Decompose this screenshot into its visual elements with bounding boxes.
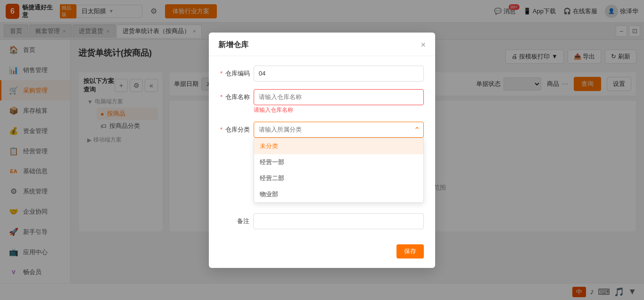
category-toggle-icon[interactable]: ⌃ (414, 125, 420, 134)
dropdown-option-dept2[interactable]: 经营二部 (254, 170, 423, 186)
note-input[interactable] (253, 213, 424, 229)
name-label: * 仓库名称 (220, 89, 254, 101)
dropdown-option-dept2-label: 经营二部 (260, 175, 284, 182)
dropdown-option-dept1-label: 经营一部 (260, 158, 284, 166)
code-label: * 仓库编码 (220, 66, 254, 78)
dropdown-option-dept1[interactable]: 经营一部 (254, 154, 423, 170)
name-required-mark: * (220, 93, 223, 100)
dialog-title: 新增仓库 (218, 40, 248, 50)
code-required-mark: * (220, 70, 223, 77)
category-input[interactable] (254, 122, 424, 138)
category-form-row: * 仓库分类 ⌃ 未分类 经营一部 经营二部 (220, 122, 424, 138)
name-error-msg: 请输入仓库名称 (254, 106, 424, 114)
category-field: ⌃ 未分类 经营一部 经营二部 物业部 (254, 122, 424, 138)
category-label: * 仓库分类 (220, 122, 254, 134)
dropdown-option-property[interactable]: 物业部 (254, 186, 423, 202)
dialog-header: 新增仓库 × (209, 33, 435, 56)
note-field (253, 213, 424, 229)
dropdown-option-unclassified[interactable]: 未分类 (254, 138, 423, 154)
code-field (254, 66, 424, 82)
name-field: 请输入仓库名称 (254, 89, 424, 114)
category-required-mark: * (220, 126, 223, 133)
note-form-row: 备注 (220, 213, 424, 229)
dropdown-option-unclassified-label: 未分类 (260, 142, 278, 150)
dropdown-option-property-label: 物业部 (260, 191, 278, 198)
modal-overlay: 新增仓库 × * 仓库编码 * 仓库名称 (0, 0, 644, 300)
add-warehouse-dialog: 新增仓库 × * 仓库编码 * 仓库名称 (209, 33, 435, 268)
dialog-body: * 仓库编码 * 仓库名称 请输入仓库名称 (209, 56, 435, 241)
name-input[interactable] (254, 89, 424, 105)
code-form-row: * 仓库编码 (220, 66, 424, 82)
note-label: 备注 (220, 213, 253, 225)
dialog-footer: 保存 (209, 244, 435, 258)
code-input[interactable] (254, 66, 424, 82)
save-button[interactable]: 保存 (396, 244, 424, 258)
dialog-close-button[interactable]: × (421, 40, 426, 50)
category-dropdown: 未分类 经营一部 经营二部 物业部 (254, 138, 424, 203)
name-form-row: * 仓库名称 请输入仓库名称 (220, 89, 424, 114)
